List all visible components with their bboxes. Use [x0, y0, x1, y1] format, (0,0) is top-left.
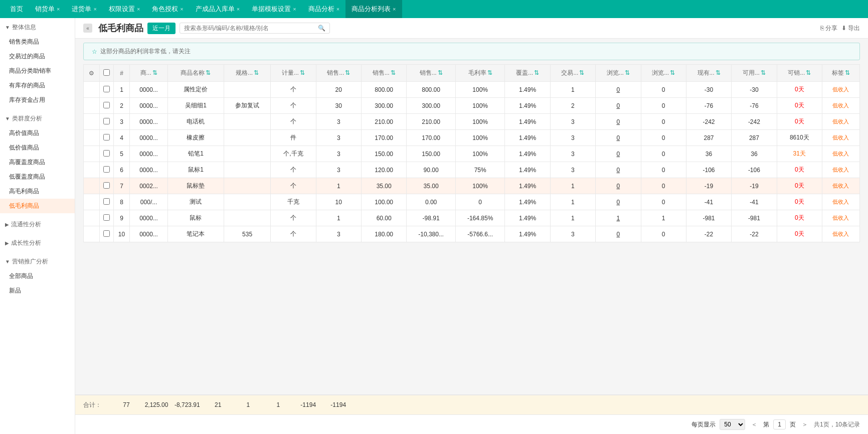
td-gear[interactable] [84, 98, 100, 114]
sidebar-item-in-stock[interactable]: 有库存的商品 [0, 78, 75, 93]
td-gear[interactable] [84, 82, 100, 98]
th-views1[interactable]: 浏览...⇅ [596, 65, 641, 82]
td-views1[interactable]: 0 [596, 98, 641, 114]
sidebar-group-title-marketing[interactable]: ▼ 营销推广分析 [0, 254, 75, 269]
row-checkbox[interactable] [103, 102, 110, 108]
sidebar-item-new-products[interactable]: 新品 [0, 283, 75, 298]
td-views1[interactable]: 0 [596, 162, 641, 178]
td-checkbox[interactable] [100, 194, 114, 210]
td-views1[interactable]: 0 [596, 178, 641, 194]
td-checkbox[interactable] [100, 130, 114, 146]
th-sales-profit[interactable]: 销售...⇅ [407, 65, 456, 82]
nav-item-purchase[interactable]: 进货单 × [66, 0, 102, 18]
td-checkbox[interactable] [100, 82, 114, 98]
nav-item-stock-in[interactable]: 产成品入库单 × [190, 0, 246, 18]
td-gear[interactable] [84, 162, 100, 178]
th-transactions[interactable]: 交易...⇅ [550, 65, 595, 82]
close-icon[interactable]: × [93, 6, 96, 12]
th-current-stock[interactable]: 现有...⇅ [686, 65, 731, 82]
td-checkbox[interactable] [100, 178, 114, 194]
th-spec[interactable]: 规格...⇅ [224, 65, 270, 82]
th-gross-rate[interactable]: 毛利率⇅ [455, 65, 505, 82]
th-code[interactable]: 商...⇅ [130, 65, 168, 82]
row-checkbox[interactable] [103, 134, 110, 140]
th-sales-qty[interactable]: 销售...⇅ [316, 65, 361, 82]
nav-item-product-analysis[interactable]: 商品分析 × [302, 0, 345, 18]
td-gear[interactable] [84, 226, 100, 242]
th-tag[interactable]: 标签⇅ [822, 65, 859, 82]
td-checkbox[interactable] [100, 162, 114, 178]
td-gear[interactable] [84, 178, 100, 194]
nav-item-home[interactable]: 首页 [4, 0, 29, 18]
td-views1[interactable]: 0 [596, 82, 641, 98]
sidebar-item-low-margin[interactable]: 低毛利商品 [0, 199, 75, 213]
sidebar-item-all-products[interactable]: 全部商品 [0, 269, 75, 283]
sidebar-group-title-overall[interactable]: ▼ 整体信息 [0, 20, 75, 35]
nav-item-product-analysis-list[interactable]: 商品分析列表 × [345, 0, 402, 18]
td-views1[interactable]: 0 [596, 146, 641, 162]
td-views1[interactable]: 0 [596, 114, 641, 130]
row-checkbox[interactable] [103, 86, 110, 92]
sidebar-item-low-coverage[interactable]: 低覆盖度商品 [0, 170, 75, 184]
close-icon[interactable]: × [57, 6, 60, 12]
nav-item-roles[interactable]: 角色授权 × [146, 0, 189, 18]
th-sales-amt[interactable]: 销售...⇅ [361, 65, 406, 82]
td-gear[interactable] [84, 114, 100, 130]
search-icon[interactable]: 🔍 [318, 25, 325, 32]
row-checkbox[interactable] [103, 118, 110, 124]
row-checkbox[interactable] [103, 198, 110, 205]
export-button[interactable]: ⬇ 导出 [841, 24, 860, 33]
row-checkbox[interactable] [103, 230, 110, 237]
close-icon[interactable]: × [237, 6, 240, 12]
td-checkbox[interactable] [100, 146, 114, 162]
td-views1[interactable]: 0 [596, 194, 641, 210]
th-available-stock[interactable]: 可用...⇅ [732, 65, 777, 82]
sidebar-group-title-growth[interactable]: ▶ 成长性分析 [0, 236, 75, 250]
close-icon[interactable]: × [393, 6, 396, 12]
sidebar-item-sales-products[interactable]: 销售类商品 [0, 35, 75, 49]
sidebar-item-low-value[interactable]: 低价值商品 [0, 140, 75, 155]
td-views1[interactable]: 0 [596, 130, 641, 146]
close-icon[interactable]: × [180, 6, 183, 12]
td-gear[interactable] [84, 194, 100, 210]
sidebar-item-traded-products[interactable]: 交易过的商品 [0, 49, 75, 64]
close-icon[interactable]: × [137, 6, 140, 12]
sidebar-item-stock-capital[interactable]: 库存资金占用 [0, 93, 75, 107]
per-page-select[interactable]: 50 20 100 [720, 419, 745, 430]
th-coverage[interactable]: 覆盖...⇅ [505, 65, 550, 82]
nav-item-sales[interactable]: 销货单 × [29, 0, 66, 18]
row-checkbox[interactable] [103, 182, 110, 189]
td-views1[interactable]: 1 [596, 210, 641, 226]
prev-page-btn[interactable]: ＜ [749, 419, 759, 430]
nav-item-permissions[interactable]: 权限设置 × [103, 0, 146, 18]
select-all-checkbox[interactable] [103, 69, 110, 76]
close-icon[interactable]: × [293, 6, 296, 12]
sidebar-item-category-rate[interactable]: 商品分类助销率 [0, 64, 75, 78]
sidebar-group-title-cluster[interactable]: ▼ 类群度分析 [0, 111, 75, 126]
th-views2[interactable]: 浏览...⇅ [641, 65, 686, 82]
sidebar-item-high-margin[interactable]: 高毛利商品 [0, 184, 75, 199]
nav-item-template[interactable]: 单据模板设置 × [246, 0, 302, 18]
td-gear[interactable] [84, 146, 100, 162]
td-checkbox[interactable] [100, 210, 114, 226]
td-checkbox[interactable] [100, 226, 114, 242]
td-views1[interactable]: 0 [596, 226, 641, 242]
td-checkbox[interactable] [100, 114, 114, 130]
share-button[interactable]: ⎘ 分享 [820, 24, 837, 33]
th-gear[interactable]: ⚙ [84, 65, 100, 82]
row-checkbox[interactable] [103, 214, 110, 221]
row-checkbox[interactable] [103, 150, 110, 157]
row-checkbox[interactable] [103, 166, 110, 173]
td-gear[interactable] [84, 130, 100, 146]
td-checkbox[interactable] [100, 98, 114, 114]
close-icon[interactable]: × [336, 6, 339, 12]
filter-button[interactable]: 近一月 [147, 23, 176, 34]
sidebar-collapse-btn[interactable]: « [83, 24, 92, 33]
sidebar-group-title-circulation[interactable]: ▶ 流通性分析 [0, 217, 75, 232]
td-gear[interactable] [84, 210, 100, 226]
search-input[interactable] [184, 25, 318, 32]
th-name[interactable]: 商品名称⇅ [168, 65, 224, 82]
sidebar-item-high-coverage[interactable]: 高覆盖度商品 [0, 155, 75, 170]
th-unit[interactable]: 计量...⇅ [271, 65, 316, 82]
sidebar-item-high-value[interactable]: 高价值商品 [0, 126, 75, 140]
